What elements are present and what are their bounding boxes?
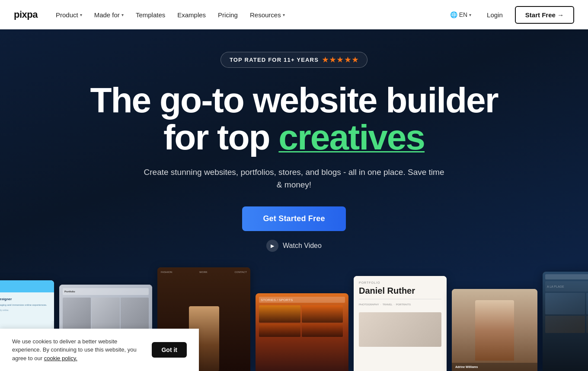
hero-subtitle: Create stunning websites, portfolios, st… [143, 166, 445, 191]
chevron-down-icon: ▾ [283, 13, 285, 17]
login-button[interactable]: Login [482, 9, 508, 21]
hero-highlight: creatives [278, 117, 425, 157]
globe-icon: 🌐 [450, 11, 457, 18]
hero-section: TOP RATED FOR 11+ YEARS ★ ★ ★ ★ ★ The go… [0, 0, 588, 371]
nav-pricing[interactable]: Pricing [214, 9, 242, 21]
preview-card-4: STORIES / SPORTS [256, 293, 348, 371]
start-free-button[interactable]: Start Free → [515, 6, 574, 24]
nav-made-for[interactable]: Made for ▾ [90, 9, 128, 21]
logo[interactable]: pixpa [14, 9, 38, 20]
cookie-banner: We use cookies to deliver a better websi… [0, 329, 199, 371]
nav-links: Product ▾ Made for ▾ Templates Examples … [51, 9, 289, 21]
preview-card-6: Adrine Williams [452, 289, 537, 371]
chevron-down-icon: ▾ [121, 13, 124, 17]
get-started-button[interactable]: Get Started Free [242, 206, 345, 231]
nav-templates[interactable]: Templates [131, 9, 169, 21]
cookie-policy-link[interactable]: cookie policy. [44, 355, 77, 361]
star-icon: ★ [352, 56, 358, 64]
star-icon: ★ [345, 56, 351, 64]
star-rating: ★ ★ ★ ★ ★ [322, 56, 358, 64]
nav-examples[interactable]: Examples [173, 9, 210, 21]
hero-title: The go-to website builder for top creati… [90, 82, 498, 156]
play-icon: ▶ [266, 240, 278, 252]
nav-resources[interactable]: Resources ▾ [246, 9, 289, 21]
chevron-down-icon: ▾ [80, 13, 82, 17]
cookie-text: We use cookies to deliver a better websi… [12, 337, 145, 363]
navigation: pixpa Product ▾ Made for ▾ Templates Exa… [0, 0, 588, 29]
language-selector[interactable]: 🌐 EN ▾ [447, 10, 475, 20]
top-rated-badge: TOP RATED FOR 11+ YEARS ★ ★ ★ ★ ★ [220, 52, 368, 68]
star-icon: ★ [329, 56, 336, 64]
star-icon: ★ [337, 56, 343, 64]
preview-card-7: A LA PLAGE [543, 272, 588, 371]
nav-right: 🌐 EN ▾ Login Start Free → [447, 6, 574, 24]
got-it-button[interactable]: Got it [152, 342, 187, 358]
preview-card-5: PORTFOLIO Daniel Ruther PHOTOGRAPHY · TR… [354, 276, 447, 371]
nav-product[interactable]: Product ▾ [51, 9, 86, 21]
star-icon: ★ [322, 56, 329, 64]
chevron-down-icon: ▾ [469, 13, 471, 17]
nav-left: pixpa Product ▾ Made for ▾ Templates Exa… [14, 9, 289, 21]
watch-video-button[interactable]: ▶ Watch Video [266, 240, 322, 252]
